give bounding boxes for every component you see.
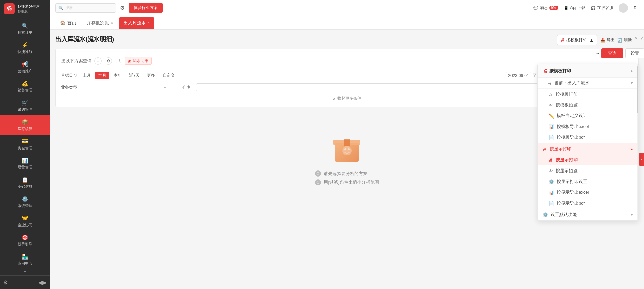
search-settings-btn[interactable]: ⚙ <box>105 57 112 65</box>
dp-section-display: 🖨 按显示打印 ▲ 🖨 按显示打印 👁 按显示预览 ⚙️ 按显示打印设置 <box>538 143 638 209</box>
sidebar-item-apps[interactable]: 🏪 应用中心 <box>0 250 50 266</box>
topbar-gear-icon[interactable]: ⚙ <box>120 5 125 11</box>
more-actions-btn[interactable]: ··· <box>596 48 599 58</box>
sidebar-item-purchase[interactable]: 🛒 采购管理 <box>0 96 50 115</box>
home-icon: 🏠 <box>60 20 65 25</box>
search-collapse-btn[interactable]: 《 <box>115 57 122 65</box>
scroll-up-btn[interactable]: ▲ <box>22 267 28 274</box>
sidebar-item-marketing[interactable]: 📢 营销推广 <box>0 58 50 77</box>
industry-btn[interactable]: 体验行业方案 <box>129 3 163 13</box>
message-badge: 99+ <box>549 6 558 10</box>
dp-footer-icon: ⚙️ <box>543 212 548 217</box>
sidebar-item-collab[interactable]: 🤝 企业协同 <box>0 212 50 231</box>
dp-display-section-icon: 🖨 <box>543 147 547 152</box>
date-this-year-btn[interactable]: 本年 <box>111 72 124 79</box>
date-separator: 至 <box>533 73 537 78</box>
operations-icon: 📊 <box>22 157 28 164</box>
filter-tag[interactable]: ◉ 流水明细 <box>125 57 152 65</box>
apps-icon: 🏪 <box>22 254 28 260</box>
add-condition-btn[interactable]: + <box>94 57 102 65</box>
sales-icon: 💰 <box>22 80 28 87</box>
dp-template-excel-btn[interactable]: 📊 按模板导出excel <box>538 121 638 132</box>
dp-template-custom-icon: ✏️ <box>549 113 554 119</box>
tip-num-1: ① <box>315 170 321 177</box>
dp-display-settings-btn[interactable]: ⚙️ 按显示打印设置 <box>538 176 638 187</box>
dp-display-preview-btn[interactable]: 👁 按显示预览 <box>538 165 638 176</box>
topbar: 🔍 搜索 ⚙ 体验行业方案 💬 消息 99+ 📱 App下载 🎧 在线客服 Ri… <box>50 0 644 16</box>
collapse-more-btn[interactable]: ∧ 收起更多条件 <box>333 96 361 101</box>
dp-template-pdf-btn[interactable]: 📄 按模板导出pdf <box>538 132 638 143</box>
app-download-btn[interactable]: 📱 App下载 <box>564 5 585 11</box>
dp-template-print-btn[interactable]: 🖨 按模板打印 <box>538 89 638 100</box>
dp-current-item[interactable]: 🖨 当前：出入库流水 ▼ <box>538 78 638 89</box>
sidebar-item-system[interactable]: ⚙️ 系统管理 <box>0 192 50 212</box>
sidebar-item-guide[interactable]: 🎯 新手引导 <box>0 231 50 250</box>
dp-footer-arrow: ▼ <box>630 213 634 217</box>
date-custom-btn[interactable]: 自定义 <box>160 72 177 79</box>
basic-icon: 📋 <box>22 177 28 183</box>
dp-footer[interactable]: ⚙️ 设置默认功能 ▼ <box>538 209 638 220</box>
dropdown-panel: 🖨 按模板打印 ▲ 🖨 当前：出入库流水 ▼ 🖨 按模板打印 <box>537 64 639 221</box>
collapse-sidebar-icon[interactable]: ◀▶ <box>38 279 47 286</box>
dp-current-arrow: ▼ <box>630 81 634 85</box>
svg-point-3 <box>342 146 352 155</box>
online-service-btn[interactable]: 🎧 在线客服 <box>591 5 613 11</box>
dp-section-display-header[interactable]: 🖨 按显示打印 ▲ <box>538 143 638 155</box>
guide-icon: 🎯 <box>22 234 28 241</box>
dp-display-print-btn[interactable]: 🖨 按显示打印 <box>538 155 638 165</box>
close-flow-tab-icon[interactable]: × <box>148 21 150 25</box>
dp-template-preview-btn[interactable]: 👁 按模板预览 <box>538 100 638 110</box>
filter-tag-icon: ◉ <box>128 59 131 63</box>
date-from-input[interactable]: 2023-06-01 <box>506 72 531 79</box>
tip-num-2: ② <box>315 179 321 185</box>
topbar-search-box[interactable]: 🔍 搜索 <box>55 3 116 13</box>
dp-display-excel-btn[interactable]: 📊 按显示导出excel <box>538 187 638 198</box>
refresh-btn[interactable]: 🔄 刷新 <box>617 37 632 43</box>
date-more-btn[interactable]: 更多 <box>144 72 158 79</box>
dp-display-section-arrow: ▲ <box>630 147 634 151</box>
window-close-icon[interactable]: × <box>634 35 637 41</box>
query-btn[interactable]: 查询 <box>601 48 623 58</box>
refresh-icon: 🔄 <box>617 38 622 43</box>
date-prev-month-btn[interactable]: 上月 <box>80 72 93 79</box>
sidebar-item-operations[interactable]: 📊 经营管理 <box>0 154 50 173</box>
message-btn[interactable]: 💬 消息 99+ <box>533 5 558 11</box>
tab-home[interactable]: 🏠 首页 <box>55 17 81 29</box>
sidebar-item-basic[interactable]: 📋 基础信息 <box>0 173 50 192</box>
settings-footer-icon[interactable]: ⚙ <box>3 279 8 286</box>
sidebar-item-sales[interactable]: 💰 销售管理 <box>0 77 50 96</box>
right-edge-panel[interactable]: ‹ <box>639 153 644 166</box>
settings-btn[interactable]: 设置 <box>625 48 644 58</box>
svg-rect-2 <box>344 139 350 146</box>
sidebar-item-finance[interactable]: 💳 资金管理 <box>0 135 50 154</box>
window-expand-icon[interactable]: ⤢ <box>640 35 644 41</box>
search-label: 按以下方案查询 <box>61 58 92 64</box>
export-btn[interactable]: 📤 导出 <box>600 37 615 43</box>
dp-scrollbar-thumb <box>637 66 638 113</box>
tab-flow[interactable]: 出入库流水 × <box>119 17 154 29</box>
tip-2: ② 用[过滤]条件来缩小分析范围 <box>315 179 379 185</box>
date-this-month-btn[interactable]: 本月 <box>95 72 109 79</box>
dp-template-custom-btn[interactable]: ✏️ 模板自定义设计 <box>538 110 638 121</box>
sidebar-scroll-area: ▲ <box>0 266 50 275</box>
dp-display-pdf-btn[interactable]: 📄 按显示导出pdf <box>538 198 638 209</box>
search-icon: 🔍 <box>58 6 63 10</box>
print-template-btn[interactable]: 🖨 按模板打印 ▲ <box>557 35 597 45</box>
user-avatar[interactable] <box>619 3 628 13</box>
dp-display-preview-icon: 👁 <box>549 168 553 174</box>
window-controls: × ⤢ <box>634 35 644 41</box>
dp-collapse-icon[interactable]: ▲ <box>630 69 634 73</box>
chevron-up-icon: ∧ <box>333 96 336 101</box>
sidebar-item-search[interactable]: 🔍 搜索菜单 <box>0 19 50 38</box>
page-content: 出入库流水(流水明细) 🖨 按模板打印 ▲ 📤 导出 🔄 刷新 ··· <box>50 30 644 289</box>
date-7days-btn[interactable]: 近7天 <box>126 72 142 79</box>
tip-1: ① 请先选择要分析的方案 <box>315 170 379 177</box>
sidebar-item-quicknav[interactable]: ⚡ 快捷导航 <box>0 38 50 58</box>
sidebar-item-inventory[interactable]: 📦 库存核算 <box>0 115 50 135</box>
close-batch-tab-icon[interactable]: × <box>111 21 113 25</box>
collab-icon: 🤝 <box>22 215 28 221</box>
logo-icon: 畅 <box>4 3 15 14</box>
tab-batch[interactable]: 库存批次账 × <box>82 17 118 29</box>
tab-bar: 🏠 首页 库存批次账 × 出入库流水 × <box>50 16 644 30</box>
biz-type-select[interactable]: ▼ <box>83 84 170 91</box>
